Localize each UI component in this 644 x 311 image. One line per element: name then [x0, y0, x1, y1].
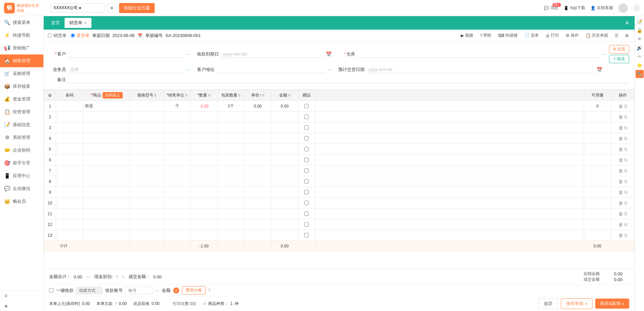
- company-selector[interactable]: XXXXXX公司 ▾: [50, 3, 104, 12]
- remarks-input[interactable]: [66, 76, 629, 83]
- cell-gift[interactable]: [298, 112, 315, 122]
- settings-button[interactable]: ⚙: [107, 3, 116, 13]
- radio-return-input[interactable]: [71, 33, 75, 38]
- copy-row-btn[interactable]: ⎘: [624, 200, 627, 206]
- payment-due-calendar-icon[interactable]: 📅: [326, 51, 332, 57]
- cell-price[interactable]: [244, 208, 271, 219]
- customer-expand-icon[interactable]: ···: [186, 51, 190, 57]
- sidebar-collapse-btn[interactable]: ◀: [0, 301, 43, 311]
- cell-spec[interactable]: [130, 198, 164, 208]
- copy-row-btn[interactable]: ⎘: [624, 190, 627, 195]
- cell-price[interactable]: [244, 133, 271, 144]
- cell-barcode[interactable]: [56, 187, 83, 198]
- cell-qty[interactable]: [191, 165, 218, 176]
- warehouse-input[interactable]: 建材仓: [357, 50, 600, 58]
- cell-barcode[interactable]: [56, 165, 83, 176]
- radio-sales-input[interactable]: [48, 33, 52, 38]
- copy-row-btn[interactable]: ⎘: [624, 136, 627, 141]
- tab-home[interactable]: 首页: [46, 18, 65, 28]
- delete-row-btn[interactable]: 🗑: [618, 222, 623, 227]
- right-panel-btn-4[interactable]: 🔊: [636, 44, 644, 52]
- template-btn[interactable]: 📄 选单: [522, 32, 541, 39]
- right-panel-btn-6[interactable]: ⭐: [636, 61, 644, 69]
- sidebar-item-system[interactable]: ⚙ 系统管理: [0, 131, 43, 144]
- cell-gift[interactable]: [298, 165, 315, 176]
- sidebar-item-wechat[interactable]: 💬 企业微信: [0, 182, 43, 195]
- delivery-date-input[interactable]: [367, 66, 595, 73]
- right-panel-btn-7[interactable]: 🔧: [636, 70, 644, 78]
- cell-qty[interactable]: [191, 176, 218, 187]
- cell-barcode[interactable]: [56, 122, 83, 133]
- cell-spec[interactable]: [130, 165, 164, 176]
- tab-sales-order[interactable]: 销货单 ✕: [65, 18, 91, 28]
- cell-qty[interactable]: [191, 187, 218, 198]
- view-toggle-list[interactable]: ☰: [613, 32, 620, 39]
- cell-price[interactable]: [244, 165, 271, 176]
- settings-action-btn[interactable]: ⚙ 设置: [609, 45, 629, 53]
- discount-help-icon[interactable]: ?: [116, 274, 118, 279]
- sidebar-settings-btn[interactable]: ⚙: [0, 291, 43, 301]
- copy-row-btn[interactable]: ⎘: [624, 222, 627, 227]
- sidebar-item-capital[interactable]: 💰 资金管理: [0, 93, 43, 106]
- delete-row-btn[interactable]: 🗑: [618, 136, 623, 141]
- product-type-icon[interactable]: ⊙: [203, 302, 206, 306]
- account-input[interactable]: [125, 287, 152, 294]
- cell-qty[interactable]: -1.00: [191, 101, 218, 112]
- sidebar-item-app-center[interactable]: 📱 应用中心: [0, 169, 43, 182]
- cell-price[interactable]: [244, 112, 271, 122]
- cell-qty[interactable]: [191, 112, 218, 122]
- cell-barcode[interactable]: [56, 219, 83, 230]
- history-btn[interactable]: 📋 历史单据: [583, 32, 610, 39]
- missing-help-icon[interactable]: ?: [115, 302, 117, 306]
- copy-row-btn[interactable]: ⎘: [624, 157, 627, 163]
- cell-barcode[interactable]: [56, 155, 83, 165]
- copy-row-btn[interactable]: ⎘: [624, 125, 627, 130]
- cell-gift[interactable]: [298, 187, 315, 198]
- avatar[interactable]: [618, 3, 628, 13]
- cell-spec[interactable]: [130, 122, 164, 133]
- cell-qty[interactable]: [191, 230, 218, 241]
- cell-qty[interactable]: [191, 198, 218, 208]
- cell-price[interactable]: [244, 219, 271, 230]
- cell-price[interactable]: [244, 144, 271, 155]
- cell-gift[interactable]: [298, 219, 315, 230]
- cell-spec[interactable]: [130, 176, 164, 187]
- sidebar-item-guide[interactable]: 🎯 新手引导: [0, 157, 43, 169]
- cell-spec[interactable]: [130, 230, 164, 241]
- cell-spec[interactable]: [130, 112, 164, 122]
- cell-barcode[interactable]: [56, 230, 83, 241]
- salesperson-input[interactable]: [68, 66, 184, 73]
- delete-row-btn[interactable]: 🗑: [618, 233, 623, 238]
- cell-gift[interactable]: [298, 133, 315, 144]
- copy-row-btn[interactable]: ⎘: [624, 147, 627, 152]
- scan-button[interactable]: 扫码录入: [103, 92, 123, 99]
- save-draft-button[interactable]: 保存草稿 ∧: [561, 298, 593, 309]
- cell-price[interactable]: [244, 122, 271, 133]
- app-download-button[interactable]: 📱 App下载: [564, 5, 585, 11]
- right-panel-btn-2[interactable]: 🔒: [636, 26, 644, 34]
- cell-spec[interactable]: [130, 187, 164, 198]
- cell-spec[interactable]: [130, 155, 164, 165]
- add-payment-button[interactable]: +: [173, 287, 179, 294]
- salesperson-expand-icon[interactable]: ···: [186, 67, 190, 72]
- customer-input[interactable]: [68, 50, 184, 58]
- logistics-action-btn[interactable]: + 物流: [609, 55, 629, 63]
- sidebar-item-purchase[interactable]: 🛒 采购管理: [0, 67, 43, 80]
- account-expand-icon[interactable]: ···: [155, 288, 159, 293]
- sidebar-item-marketing[interactable]: 📢 营销推广: [0, 42, 43, 54]
- cell-gift[interactable]: [298, 176, 315, 187]
- cell-barcode[interactable]: [56, 144, 83, 155]
- copy-row-btn[interactable]: ⎘: [624, 104, 627, 109]
- cell-barcode[interactable]: [56, 133, 83, 144]
- copy-row-btn[interactable]: ⎘: [624, 233, 627, 238]
- expense-split-button[interactable]: 费用分摊: [182, 286, 205, 295]
- cell-price[interactable]: [244, 176, 271, 187]
- help-btn[interactable]: ? 帮助: [478, 32, 493, 39]
- delivery-calendar-icon[interactable]: 📅: [597, 67, 602, 72]
- cell-gift[interactable]: [298, 155, 315, 165]
- cell-barcode[interactable]: [56, 198, 83, 208]
- cell-qty[interactable]: [191, 133, 218, 144]
- copy-row-btn[interactable]: ⎘: [624, 211, 627, 217]
- right-panel-btn-3[interactable]: 👁: [636, 35, 644, 43]
- cell-gift[interactable]: [298, 144, 315, 155]
